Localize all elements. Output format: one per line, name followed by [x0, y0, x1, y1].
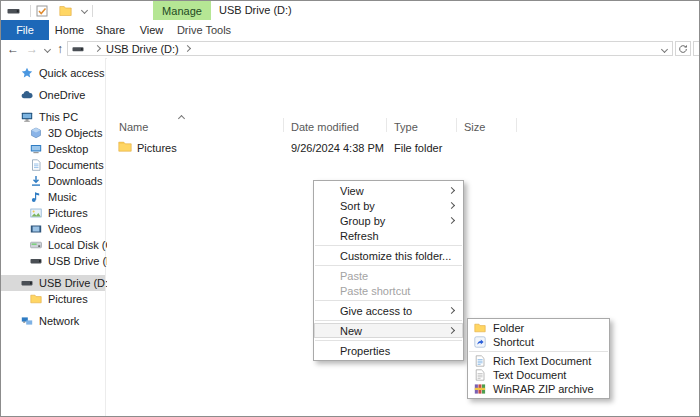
submenu-chevron-icon — [448, 217, 455, 224]
refresh-button[interactable] — [675, 41, 691, 56]
menu-item-give-access-to[interactable]: Give access to — [314, 303, 463, 318]
menu-divider — [315, 300, 462, 301]
rich-text-icon — [474, 355, 487, 367]
music-icon — [30, 191, 43, 203]
menu-item-properties[interactable]: Properties — [314, 343, 463, 358]
sidebar-item-local-disk-c[interactable]: Local Disk (C:) — [1, 237, 105, 253]
back-button[interactable]: ← — [7, 43, 19, 55]
tab-share[interactable]: Share — [90, 20, 131, 40]
menu-divider — [315, 320, 462, 321]
address-dropdown-chevron-icon[interactable] — [661, 46, 668, 53]
drive-icon[interactable] — [7, 5, 20, 17]
usb-drive-icon — [30, 255, 43, 267]
breadcrumb-chevron-icon[interactable] — [184, 45, 191, 52]
sidebar-item-documents[interactable]: Documents — [1, 157, 105, 173]
submenu-chevron-icon — [448, 327, 455, 334]
drive-icon — [72, 43, 84, 55]
breadcrumb-crumb-usb-drive[interactable]: USB Drive (D:) — [106, 43, 179, 55]
menu-item-sort-by[interactable]: Sort by — [314, 198, 463, 213]
menu-item-label: Give access to — [340, 305, 412, 317]
forward-button[interactable]: → — [26, 43, 38, 55]
sidebar-item-pictures-child[interactable]: Pictures — [1, 291, 105, 307]
menu-item-label: Refresh — [340, 230, 379, 242]
tab-drive-tools[interactable]: Drive Tools — [172, 20, 236, 40]
submenu-item-winrar-zip-archive[interactable]: WinRAR ZIP archive — [468, 382, 609, 396]
explorer-window: Manage USB Drive (D:) File Home Share Vi… — [0, 0, 700, 417]
sidebar-item-label: OneDrive — [39, 89, 85, 101]
submenu-item-label: Folder — [493, 322, 524, 334]
sidebar-item-label: Pictures — [48, 293, 88, 305]
new-folder-icon[interactable] — [59, 5, 72, 17]
menu-item-label: Sort by — [340, 200, 375, 212]
shortcut-icon — [474, 336, 487, 348]
menu-item-label: Group by — [340, 215, 385, 227]
column-divider[interactable] — [456, 118, 457, 132]
up-button[interactable]: ↑ — [57, 43, 63, 55]
sidebar-item-this-pc[interactable]: This PC — [1, 109, 105, 125]
properties-checkbox-icon[interactable] — [36, 5, 49, 17]
menu-item-new[interactable]: New — [314, 323, 463, 338]
sidebar-item-label: Pictures — [48, 207, 88, 219]
download-icon — [30, 175, 43, 187]
submenu-item-shortcut[interactable]: Shortcut — [468, 335, 609, 349]
file-type: File folder — [394, 142, 442, 154]
sidebar-item-downloads[interactable]: Downloads — [1, 173, 105, 189]
sidebar-item-quick-access[interactable]: Quick access — [1, 65, 105, 81]
column-header-size[interactable]: Size — [464, 121, 485, 133]
submenu-item-folder[interactable]: Folder — [468, 321, 609, 335]
column-divider[interactable] — [386, 118, 387, 132]
submenu-chevron-icon — [448, 307, 455, 314]
breadcrumb-chevron-icon[interactable] — [94, 45, 101, 52]
toolbar-divider — [92, 5, 93, 17]
toolbar-chevron-down-icon[interactable] — [81, 7, 88, 14]
folder-icon — [30, 293, 43, 305]
video-icon — [30, 223, 43, 235]
submenu-item-text-document[interactable]: Text Document — [468, 368, 609, 382]
sidebar-item-music[interactable]: Music — [1, 189, 105, 205]
address-bar[interactable]: USB Drive (D:) — [67, 41, 673, 56]
column-header-date-modified[interactable]: Date modified — [291, 121, 359, 133]
folder-icon — [474, 322, 487, 334]
sidebar-item-onedrive[interactable]: OneDrive — [1, 87, 105, 103]
menu-item-customize-this-folder[interactable]: Customize this folder... — [314, 248, 463, 263]
sidebar-item-label: Downloads — [48, 175, 102, 187]
sidebar-item-pictures[interactable]: Pictures — [1, 205, 105, 221]
menu-divider — [469, 351, 608, 352]
menu-item-group-by[interactable]: Group by — [314, 213, 463, 228]
menu-item-refresh[interactable]: Refresh — [314, 228, 463, 243]
column-divider[interactable] — [516, 118, 517, 132]
menu-item-view[interactable]: View — [314, 183, 463, 198]
submenu-chevron-icon — [448, 187, 455, 194]
tab-file[interactable]: File — [1, 20, 49, 40]
menu-item-paste-shortcut[interactable]: Paste shortcut — [314, 283, 463, 298]
ribbon-contextual-group-manage[interactable]: Manage — [153, 1, 211, 20]
network-icon — [21, 315, 34, 327]
submenu-item-rich-text-document[interactable]: Rich Text Document — [468, 354, 609, 368]
menu-item-label: Properties — [340, 345, 390, 357]
menu-item-label: New — [340, 325, 362, 337]
sidebar-item-usb-drive-d-selected[interactable]: USB Drive (D:) — [1, 275, 105, 291]
menu-item-label: Paste shortcut — [340, 285, 410, 297]
sidebar-item-usb-drive-d[interactable]: USB Drive (D:) — [1, 253, 105, 269]
sidebar-item-label: Music — [48, 191, 77, 203]
sidebar-item-desktop[interactable]: Desktop — [1, 141, 105, 157]
column-header-type[interactable]: Type — [394, 121, 418, 133]
navigation-bar: ← → ↑ USB Drive (D:) — [1, 40, 699, 59]
menu-item-label: View — [340, 185, 364, 197]
sidebar-item-videos[interactable]: Videos — [1, 221, 105, 237]
sidebar-item-label: Quick access — [39, 67, 104, 79]
recent-locations-chevron-icon[interactable] — [44, 45, 51, 52]
column-header-name[interactable]: Name — [119, 121, 148, 133]
column-divider[interactable] — [283, 118, 284, 132]
quick-access-toolbar — [7, 1, 93, 20]
disk-icon — [30, 239, 43, 251]
search-input[interactable] — [693, 41, 700, 56]
context-menu: View Sort by Group by Refresh Customize … — [313, 180, 464, 361]
menu-item-paste[interactable]: Paste — [314, 268, 463, 283]
sidebar-item-3d-objects[interactable]: 3D Objects — [1, 125, 105, 141]
tab-home[interactable]: Home — [49, 20, 90, 40]
sidebar-item-network[interactable]: Network — [1, 313, 105, 329]
tab-view[interactable]: View — [131, 20, 172, 40]
submenu-chevron-icon — [448, 202, 455, 209]
menu-item-label: Customize this folder... — [340, 250, 451, 262]
